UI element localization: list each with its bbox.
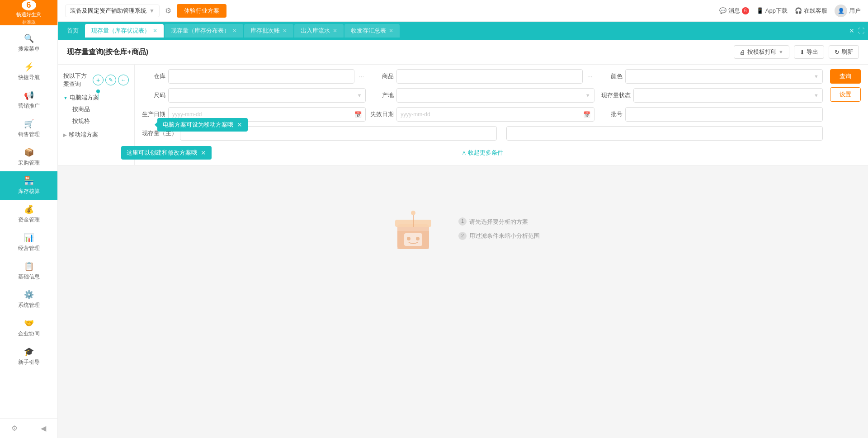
app-download-item[interactable]: 📱 App下载 [756,7,788,15]
empty-svg [386,202,440,256]
sidebar-item-label: 新手引导 [18,358,40,366]
tooltip-1-close-icon[interactable]: ✕ [237,121,242,128]
sidebar-item-basic[interactable]: 📋 基础信息 [0,257,57,285]
svg-point-6 [416,237,420,240]
user-item[interactable]: 👤 用户 [835,5,861,17]
tab-close-icon[interactable]: ✕ [333,28,337,34]
desktop-scheme-toggle[interactable]: ▼ 电脑端方案 [63,92,134,104]
tab-close-icon[interactable]: ✕ [153,28,157,34]
export-icon: ⬇ [800,49,805,56]
sidebar-item-label: 搜索菜单 [18,45,40,53]
tab-right-controls: ✕ ⛶ [849,27,864,34]
batch-input[interactable] [625,107,823,122]
tooltip-2-close-icon[interactable]: ✕ [201,149,206,156]
tab-inventory-status[interactable]: 现存量（库存状况表） ✕ [85,24,164,38]
sidebar-item-purchase[interactable]: 📦 采购管理 [0,143,57,171]
origin-field: 产地 ▼ [370,88,594,103]
tab-summary[interactable]: 收发存汇总表 ✕ [344,24,400,38]
scheme-back-button[interactable]: ← [118,75,129,85]
sidebar-item-marketing[interactable]: 📢 营销推广 [0,86,57,114]
expire-date-start[interactable]: yyyy-mm-dd 📅 [396,107,594,122]
sidebar-item-enterprise[interactable]: 🤝 企业协同 [0,314,57,342]
origin-select[interactable]: ▼ [396,88,594,103]
color-label: 颜色 [599,72,623,80]
print-button[interactable]: 🖨 按模板打印 ▼ [734,45,789,59]
color-select[interactable]: ▼ [625,69,823,84]
size-select[interactable]: ▼ [168,88,366,103]
tooltip-scheme-2: 这里可以创建和修改方案哦 ✕ [121,146,212,160]
size-select-arrow-icon: ▼ [357,93,362,98]
produce-date-label: 生产日期 [142,110,165,118]
sidebar-item-search[interactable]: 🔍 搜索菜单 [0,29,57,57]
refresh-button[interactable]: ↻ 刷新 [829,45,859,59]
system-selector[interactable]: 装备及固定资产辅助管理系统 ▼ [65,5,160,17]
sidebar-item-sales[interactable]: 🛒 销售管理 [0,114,57,143]
product-field: 商品 ··· [370,69,594,84]
export-button[interactable]: ⬇ 导出 [794,45,824,59]
experience-button[interactable]: 体验行业方案 [177,4,226,18]
collapse-sidebar-icon[interactable]: ◀ [41,424,46,433]
tab-close-icon[interactable]: ✕ [232,28,237,34]
reset-button[interactable]: 设置 [830,87,861,102]
scheme-item-spec[interactable]: 按规格 [69,115,134,127]
topbar-gear-icon[interactable]: ⚙ [165,6,171,15]
phone-icon: 📱 [756,7,764,14]
empty-step-2-text: 用过滤条件来缩小分析范围 [469,231,540,241]
sidebar-item-finance[interactable]: 💰 资金管理 [0,200,57,228]
marketing-icon: 📢 [24,90,34,100]
brand-name: 畅通好生意 [16,11,41,18]
tab-inout-flow[interactable]: 出入库流水 ✕ [294,24,344,38]
batch-field: 批号 [599,107,823,122]
app-download-label: App下载 [765,7,788,15]
calendar-icon: 📅 [354,111,362,118]
sidebar-item-system[interactable]: ⚙️ 系统管理 [0,285,57,314]
origin-select-arrow-icon: ▼ [585,93,590,98]
messages-label: 消息 [728,7,740,15]
messages-item[interactable]: 💬 消息 6 [719,7,749,15]
sidebar-item-label: 基础信息 [18,273,40,281]
sidebar-item-management[interactable]: 📊 经营管理 [0,228,57,257]
inventory-status-label: 现存量状态 [599,91,631,99]
page-header: 现存量查询(按仓库+商品) 🖨 按模板打印 ▼ ⬇ 导出 ↻ 刷新 [58,40,868,65]
search-button[interactable]: 查询 [830,69,861,84]
color-select-arrow-icon: ▼ [814,74,819,79]
guide-icon: 🎓 [24,347,34,357]
warehouse-input[interactable] [168,69,354,84]
basic-icon: 📋 [24,261,34,271]
scheme-add-button[interactable]: + [93,75,104,85]
tab-expand-icon[interactable]: ⛶ [858,27,864,34]
settings-icon[interactable]: ⚙ [11,424,18,433]
online-support-item[interactable]: 🎧 在线客服 [795,7,827,15]
product-input[interactable] [396,69,583,84]
tab-batch[interactable]: 库存批次账 ✕ [244,24,293,38]
sidebar-item-quicknav[interactable]: ⚡ 快捷导航 [0,57,57,86]
product-dots-icon[interactable]: ··· [587,73,593,80]
empty-text: 1 请先选择要分析的方案 2 用过滤条件来缩小分析范围 [458,217,540,241]
step-2-num: 2 [458,232,467,240]
sidebar-item-inventory[interactable]: 🏪 库存核算 [0,171,57,200]
warehouse-dots-icon[interactable]: ··· [359,73,364,80]
mobile-scheme-toggle[interactable]: ▶ 移动端方案 [63,129,134,141]
sidebar-bottom: ⚙ ◀ [0,418,57,438]
collapse-row[interactable]: ∧ 收起更多条件 [142,145,823,160]
sidebar-nav: 🔍 搜索菜单 ⚡ 快捷导航 📢 营销推广 🛒 销售管理 📦 采购管理 🏪 库存核… [0,25,57,418]
tab-close-icon[interactable]: ✕ [283,28,287,34]
mobile-scheme-label: 移动端方案 [69,131,98,139]
sidebar-item-guide[interactable]: 🎓 新手引导 [0,342,57,371]
right-action-col: 查询 设置 [830,65,868,165]
page-actions: 🖨 按模板打印 ▼ ⬇ 导出 ↻ 刷新 [734,45,859,59]
sidebar-item-label: 系统管理 [18,301,40,309]
tab-minimize-icon[interactable]: ✕ [849,27,854,34]
scheme-edit-button[interactable]: ✎ [105,75,116,85]
tab-inventory-dist[interactable]: 现存量（库存分布表） ✕ [165,24,243,38]
online-support-label: 在线客服 [804,7,827,15]
empty-state: 1 请先选择要分析的方案 2 用过滤条件来缩小分析范围 [58,165,868,292]
inventory-status-select[interactable]: ▼ [633,88,823,103]
tab-close-icon[interactable]: ✕ [389,28,393,34]
tab-home[interactable]: 首页 [61,24,84,38]
scheme-item-product[interactable]: 按商品 [69,104,134,115]
scheme-item-label: 按商品 [72,105,90,113]
sidebar-item-label: 资金管理 [18,216,40,224]
qty-end-input[interactable] [506,126,823,141]
product-label: 商品 [370,72,394,80]
